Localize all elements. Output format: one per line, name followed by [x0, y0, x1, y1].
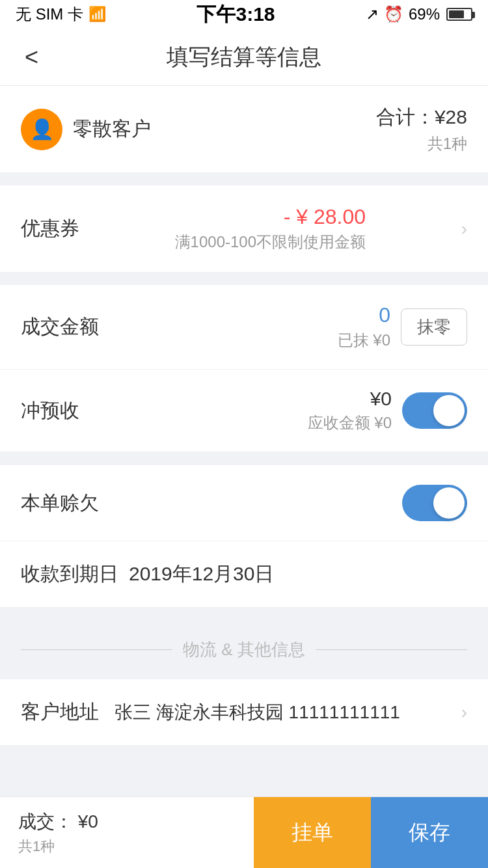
bottom-summary: 成交： ¥0 共1种 [0, 797, 254, 868]
total-count: 共1种 [376, 133, 467, 154]
amount-value: 0 [379, 303, 390, 327]
round-button[interactable]: 抹零 [401, 308, 467, 346]
avatar-icon: 👤 [30, 118, 54, 141]
transaction-section: 成交金额 0 已抹 ¥0 抹零 冲预收 ¥0 应收金额 ¥0 [0, 285, 488, 452]
status-right: ↗ ⏰ 69% [366, 5, 472, 23]
nav-bar: < 填写结算等信息 [0, 29, 488, 86]
advance-value: ¥0 [308, 388, 392, 410]
advance-right: ¥0 应收金额 ¥0 [308, 388, 467, 433]
due-date-row: 收款到期日 2019年12月30日 [0, 541, 488, 607]
deferred-toggle[interactable] [402, 485, 467, 521]
address-section[interactable]: 客户地址 张三 海淀永丰科技园 11111111111 › [0, 679, 488, 745]
total-price: 合计：¥28 [376, 104, 467, 131]
battery-percent: 69% [409, 5, 440, 23]
status-time: 下午3:18 [197, 1, 275, 28]
voucher-subtext: 满1000-100不限制使用金额 [175, 232, 366, 252]
due-date-label: 收款到期日 [21, 561, 118, 588]
deal-label: 成交： [18, 811, 73, 832]
logistics-label: 物流 & 其他信息 [183, 638, 305, 661]
customer-name: 零散客户 [73, 116, 151, 142]
amount-right: 0 已抹 ¥0 抹零 [338, 303, 467, 351]
content-area: 👤 零散客户 合计：¥28 共1种 优惠券 - ¥ 28.00 满1000-10… [0, 86, 488, 836]
address-value: 张三 海淀永丰科技园 11111111111 [115, 700, 461, 725]
advance-subtext: 应收金额 ¥0 [308, 413, 392, 433]
chevron-icon: › [461, 219, 467, 239]
due-date-value: 2019年12月30日 [129, 561, 274, 588]
avatar: 👤 [21, 109, 62, 150]
bottom-count: 共1种 [18, 837, 236, 856]
advance-label: 冲预收 [21, 398, 79, 424]
status-left: 无 SIM 卡 📶 [16, 4, 106, 25]
advance-values: ¥0 应收金额 ¥0 [308, 388, 392, 433]
alarm-icon: ⏰ [384, 5, 403, 23]
deferred-toggle-knob [433, 487, 465, 519]
page-title: 填写结算等信息 [167, 42, 321, 72]
advance-toggle[interactable] [402, 392, 467, 429]
bottom-deal: 成交： ¥0 [18, 809, 236, 834]
customer-left: 👤 零散客户 [21, 109, 151, 150]
battery-icon [446, 8, 472, 21]
address-label: 客户地址 [21, 699, 99, 726]
deal-value: ¥0 [78, 811, 98, 832]
hang-button[interactable]: 挂单 [254, 797, 371, 868]
customer-row: 👤 零散客户 合计：¥28 共1种 [0, 86, 488, 172]
divider-line-left [21, 649, 172, 650]
bottom-bar: 成交： ¥0 共1种 挂单 保存 [0, 796, 488, 868]
deferred-row: 本单赊欠 [0, 465, 488, 541]
location-icon: ↗ [366, 5, 379, 23]
deferred-section: 本单赊欠 收款到期日 2019年12月30日 [0, 465, 488, 607]
toggle-knob [433, 395, 465, 426]
carrier-text: 无 SIM 卡 [16, 4, 83, 25]
status-bar: 无 SIM 卡 📶 下午3:18 ↗ ⏰ 69% [0, 0, 488, 29]
logistics-divider: 物流 & 其他信息 [0, 620, 488, 679]
voucher-right: - ¥ 28.00 满1000-100不限制使用金额 [175, 205, 366, 252]
save-button[interactable]: 保存 [371, 797, 488, 868]
voucher-label: 优惠券 [21, 215, 79, 242]
transaction-amount-row: 成交金额 0 已抹 ¥0 抹零 [0, 285, 488, 370]
amount-label: 成交金额 [21, 314, 99, 340]
customer-right: 合计：¥28 共1种 [376, 104, 467, 154]
voucher-discount: - ¥ 28.00 [175, 205, 366, 229]
voucher-section[interactable]: 优惠券 - ¥ 28.00 满1000-100不限制使用金额 › [0, 185, 488, 272]
amount-values: 0 已抹 ¥0 [338, 303, 390, 351]
divider-line-right [316, 649, 467, 650]
back-button[interactable]: < [18, 37, 45, 77]
amount-subtext: 已抹 ¥0 [338, 330, 390, 351]
address-chevron-icon: › [461, 702, 467, 723]
advance-row: 冲预收 ¥0 应收金额 ¥0 [0, 370, 488, 452]
wifi-icon: 📶 [88, 6, 106, 23]
deferred-label: 本单赊欠 [21, 490, 99, 517]
